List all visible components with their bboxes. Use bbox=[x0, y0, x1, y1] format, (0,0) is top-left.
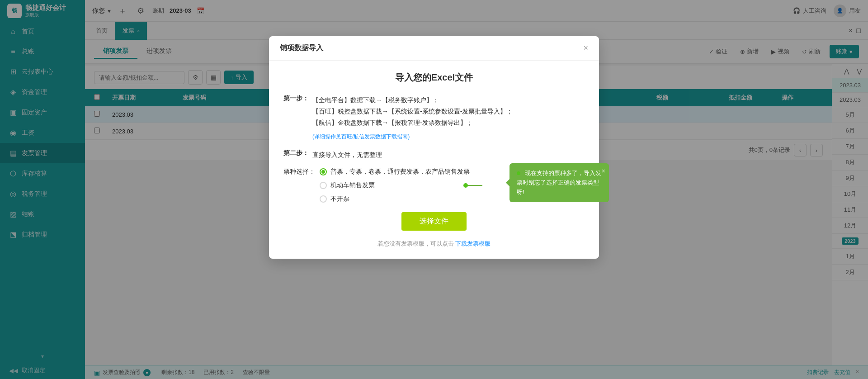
radio-option-2[interactable]: 机动车销售发票 × 现在支持的票种多了，导入发票时别忘了选择正确的发票类型呀! bbox=[320, 181, 470, 190]
tooltip-connector-dot bbox=[463, 183, 468, 188]
ticket-options: 普票，专票，卷票，通行费发票，农产品销售发票 机动车销售发票 × 现在支持的票种… bbox=[320, 168, 470, 203]
tooltip-close-button[interactable]: × bbox=[602, 166, 605, 176]
step2-label: 第二步： bbox=[283, 149, 311, 161]
download-template-link[interactable]: 下载发票模版 bbox=[455, 240, 491, 247]
step2-row: 第二步： 直接导入文件，无需整理 bbox=[283, 149, 585, 161]
tooltip-bubble: × 现在支持的票种多了，导入发票时别忘了选择正确的发票类型呀! bbox=[509, 163, 609, 202]
select-file-button[interactable]: 选择文件 bbox=[401, 212, 467, 231]
download-guide-link[interactable]: (详细操作见百旺/航信发票数据下载指南) bbox=[312, 133, 410, 140]
modal-header: 销项数据导入 × bbox=[269, 36, 599, 61]
radio-option-1[interactable]: 普票，专票，卷票，通行费发票，农产品销售发票 bbox=[320, 168, 470, 176]
tooltip-text: 现在支持的票种多了，导入发票时别忘了选择正确的发票类型呀! bbox=[517, 170, 601, 195]
modal-close-button[interactable]: × bbox=[583, 43, 588, 53]
modal-title: 销项数据导入 bbox=[280, 43, 323, 53]
ticket-section: 票种选择： 普票，专票，卷票，通行费发票，农产品销售发票 机动车销售发票 × bbox=[283, 168, 585, 203]
step1-label: 第一步： bbox=[283, 95, 311, 142]
import-modal: 销项数据导入 × 导入您的Excel文件 第一步： 【全电平台】数据下载→【税务… bbox=[269, 36, 599, 259]
radio-2[interactable] bbox=[320, 182, 327, 189]
modal-main-title: 导入您的Excel文件 bbox=[283, 71, 585, 84]
step1-content: 【全电平台】数据下载→【税务数字账户】； 【百旺】税控盘数据下载→【系统设置-系… bbox=[312, 95, 513, 142]
radio-3[interactable] bbox=[320, 195, 327, 203]
radio-option-3[interactable]: 不开票 bbox=[320, 195, 470, 203]
step2-content: 直接导入文件，无需整理 bbox=[312, 149, 382, 161]
radio-1[interactable] bbox=[320, 168, 327, 175]
download-hint: 若您没有发票模版，可以点击 下载发票模版 bbox=[283, 240, 585, 248]
tooltip-dot-icon bbox=[517, 171, 520, 175]
modal-overlay[interactable]: 销项数据导入 × 导入您的Excel文件 第一步： 【全电平台】数据下载→【税务… bbox=[0, 0, 868, 379]
ticket-label: 票种选择： bbox=[283, 168, 320, 176]
step1-row: 第一步： 【全电平台】数据下载→【税务数字账户】； 【百旺】税控盘数据下载→【系… bbox=[283, 95, 585, 142]
modal-body: 导入您的Excel文件 第一步： 【全电平台】数据下载→【税务数字账户】； 【百… bbox=[269, 61, 599, 259]
